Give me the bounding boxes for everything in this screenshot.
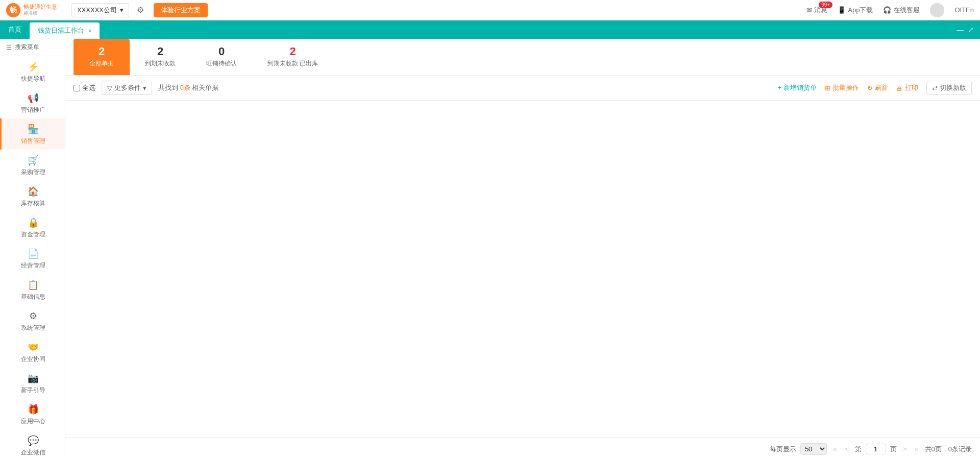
logo-sub: 标准版 <box>23 10 57 17</box>
nav-tab-actions: — ⤢ <box>957 26 980 34</box>
tab-home[interactable]: 首页 <box>0 20 30 39</box>
logo-name: 畅捷通好生意 <box>23 3 57 10</box>
settings-button[interactable]: ⚙ <box>133 3 148 17</box>
last-page-button[interactable]: » <box>913 444 920 454</box>
sidebar-item-quick-nav[interactable]: ⚡快捷导航 <box>0 56 65 87</box>
sidebar-item-wechat[interactable]: 💬企业微信 <box>0 430 65 460</box>
sidebar-search[interactable]: ☰ 搜索菜单 <box>0 39 65 56</box>
stat-tab-all[interactable]: 2全部单据 <box>74 39 130 75</box>
app-center-label: 应用中心 <box>21 417 45 426</box>
logo-area: 畅 畅捷通好生意 标准版 <box>6 3 71 17</box>
sidebar-item-app-center[interactable]: 🎁应用中心 <box>0 399 65 430</box>
print-label: 打印 <box>905 83 918 92</box>
company-dropdown-icon: ▾ <box>120 6 124 14</box>
sidebar-item-purchase[interactable]: 🛒采购管理 <box>0 150 65 181</box>
service-label: 在线客服 <box>893 6 920 15</box>
main-layout: ☰ 搜索菜单 ⚡快捷导航📢营销推广🏪销售管理🛒采购管理🏠库存核算🔒资金管理📄经营… <box>0 39 980 460</box>
sidebar-item-base-info[interactable]: 📋基础信息 <box>0 274 65 305</box>
stat-tab-pending[interactable]: 0旺铺待确认 <box>191 39 252 75</box>
stat-label-all: 全部单据 <box>89 59 114 68</box>
stat-num-all: 2 <box>99 45 105 58</box>
batch-label: 批量操作 <box>832 83 859 92</box>
refresh-label: 刷新 <box>875 83 888 92</box>
refresh-button[interactable]: ↻ 刷新 <box>867 83 888 92</box>
tab-active[interactable]: 钱货日清工作台 × <box>30 22 100 39</box>
found-text: 共找到 0条 相关单据 <box>158 83 218 92</box>
finance-icon: 🔒 <box>28 217 39 228</box>
stat-tab-shipped[interactable]: 2到期未收款 已出库 <box>252 39 333 75</box>
message-button[interactable]: ✉ 消息 99+ <box>806 6 827 15</box>
purchase-icon: 🛒 <box>28 155 39 166</box>
select-all-input[interactable] <box>74 85 80 91</box>
prev-page-button[interactable]: < <box>843 444 851 454</box>
sidebar-item-operation[interactable]: 📄经营管理 <box>0 243 65 274</box>
stat-tabs: 2全部单据2到期未收款0旺铺待确认2到期未收款 已出库 <box>65 39 980 76</box>
wechat-icon: 💬 <box>28 435 39 446</box>
company-selector[interactable]: XXXXXX公司 ▾ <box>71 3 129 17</box>
page-label: 第 <box>855 445 862 454</box>
select-all-checkbox[interactable]: 全选 <box>74 83 95 92</box>
table-area <box>65 101 980 438</box>
base-info-label: 基础信息 <box>21 293 45 301</box>
wechat-label: 企业微信 <box>21 448 45 457</box>
online-service-button[interactable]: 🎧 在线客服 <box>883 6 920 15</box>
sidebar-item-marketing[interactable]: 📢营销推广 <box>0 87 65 118</box>
print-icon: 🖨 <box>896 84 903 92</box>
enterprise-label: 企业协同 <box>21 355 45 364</box>
tab-minimize-icon[interactable]: — <box>957 26 964 34</box>
batch-icon: ⊞ <box>825 84 830 92</box>
stat-tab-overdue[interactable]: 2到期未收款 <box>130 39 191 75</box>
message-icon: ✉ <box>806 6 812 14</box>
page-input[interactable] <box>866 444 886 454</box>
system-label: 系统管理 <box>21 324 45 332</box>
filter-label: 更多条件 <box>114 83 141 92</box>
inventory-label: 库存核算 <box>21 199 45 208</box>
first-page-button[interactable]: « <box>831 444 839 454</box>
per-page-label: 每页显示 <box>770 445 796 454</box>
service-icon: 🎧 <box>883 6 891 14</box>
app-icon: 📱 <box>838 6 846 14</box>
experience-button[interactable]: 体验行业方案 <box>154 3 208 17</box>
message-badge: 99+ <box>819 2 832 8</box>
sidebar-item-inventory[interactable]: 🏠库存核算 <box>0 181 65 212</box>
tab-close-icon[interactable]: × <box>88 28 91 34</box>
stat-num-shipped: 2 <box>290 45 296 58</box>
finance-label: 资金管理 <box>21 230 45 239</box>
filter-button[interactable]: ▽ 更多条件 ▾ <box>102 81 152 95</box>
sidebar-item-finance[interactable]: 🔒资金管理 <box>0 212 65 243</box>
add-sales-order-button[interactable]: + 新增销货单 <box>778 83 817 92</box>
base-info-icon: 📋 <box>28 279 39 290</box>
per-page-select[interactable]: 50 100 200 <box>800 443 827 455</box>
system-icon: ⚙ <box>29 310 37 322</box>
app-download-button[interactable]: 📱 App下载 <box>838 6 873 15</box>
next-page-button[interactable]: > <box>901 444 909 454</box>
print-button[interactable]: 🖨 打印 <box>896 83 918 92</box>
sidebar-item-system[interactable]: ⚙系统管理 <box>0 305 65 336</box>
pagination: 每页显示 50 100 200 « < 第 页 > » 共0页，0条记录 <box>65 438 980 460</box>
operation-label: 经营管理 <box>21 261 45 270</box>
page-suffix: 页 <box>890 445 897 454</box>
toolbar: 全选 ▽ 更多条件 ▾ 共找到 0条 相关单据 + 新增销货单 ⊞ 批量操作 ↻ <box>65 76 980 101</box>
total-label: 共0页，0条记录 <box>925 445 972 454</box>
batch-operation-button[interactable]: ⊞ 批量操作 <box>825 83 859 92</box>
sidebar-item-guide[interactable]: 📷新手引导 <box>0 368 65 399</box>
purchase-label: 采购管理 <box>21 168 45 177</box>
username: OfTEn <box>954 6 974 14</box>
logo-icon: 畅 <box>6 3 20 17</box>
found-count: 0条 <box>180 84 190 91</box>
marketing-label: 营销推广 <box>21 106 45 114</box>
sidebar: ☰ 搜索菜单 ⚡快捷导航📢营销推广🏪销售管理🛒采购管理🏠库存核算🔒资金管理📄经营… <box>0 39 65 460</box>
sidebar-item-enterprise[interactable]: 🤝企业协同 <box>0 336 65 368</box>
tab-expand-icon[interactable]: ⤢ <box>968 26 974 34</box>
filter-chevron-icon: ▾ <box>143 84 146 92</box>
refresh-icon: ↻ <box>867 84 873 92</box>
switch-icon: ⇄ <box>932 84 938 92</box>
switch-version-button[interactable]: ⇄ 切换新版 <box>926 81 972 95</box>
guide-icon: 📷 <box>28 373 39 384</box>
avatar[interactable] <box>930 3 944 17</box>
filter-icon: ▽ <box>107 84 112 92</box>
stat-num-overdue: 2 <box>157 45 163 58</box>
guide-label: 新手引导 <box>21 386 45 395</box>
sidebar-item-sales[interactable]: 🏪销售管理 <box>0 118 65 150</box>
marketing-icon: 📢 <box>28 92 39 104</box>
